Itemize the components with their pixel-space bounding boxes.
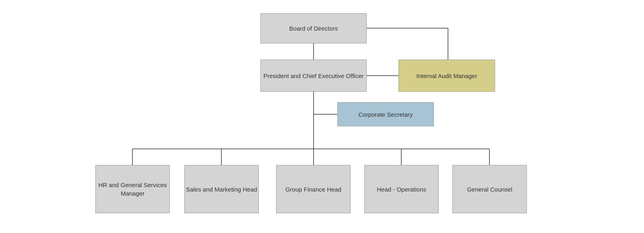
hr-manager-node: HR and General Services Manager [95,165,170,213]
board-of-directors-node: Board of Directors [260,13,367,43]
secretary-label: Corporate Secretary [358,110,413,119]
hr-label: HR and General Services Manager [96,181,169,198]
finance-label: Group Finance Head [285,185,341,194]
board-label: Board of Directors [289,24,338,33]
general-counsel-node: General Counsel [452,165,527,213]
internal-audit-node: Internal Audit Manager [398,60,495,92]
audit-label: Internal Audit Manager [417,72,477,80]
president-label: President and Chief Executive Officer [263,72,363,80]
counsel-label: General Counsel [467,185,512,194]
operations-label: Head - Operations [377,185,426,194]
sales-marketing-node: Sales and Marketing Head [184,165,259,213]
sales-label: Sales and Marketing Head [186,185,257,194]
president-ceo-node: President and Chief Executive Officer [260,60,367,92]
org-chart: Board of Directors President and Chief E… [0,0,644,233]
head-operations-node: Head - Operations [364,165,439,213]
corporate-secretary-node: Corporate Secretary [337,102,434,126]
group-finance-node: Group Finance Head [276,165,351,213]
